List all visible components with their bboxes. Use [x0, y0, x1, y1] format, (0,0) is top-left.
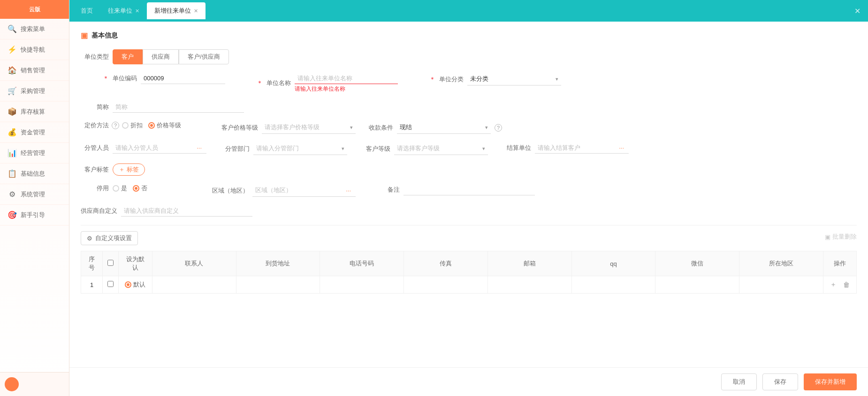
tab-home[interactable]: 首页 — [73, 2, 100, 19]
th-contact: 联系人 — [152, 251, 236, 276]
td-address[interactable] — [236, 276, 320, 294]
abbr-input[interactable] — [113, 101, 244, 113]
select-all-checkbox[interactable] — [107, 260, 114, 266]
delete-row-button[interactable]: 🗑 — [841, 280, 852, 289]
quick-nav-icon: ⚡ — [8, 45, 17, 54]
dept-label: 分管部门 — [221, 145, 250, 153]
sidebar-item-label: 资金管理 — [21, 128, 45, 137]
tab-new-partner-close[interactable]: ✕ — [194, 8, 198, 14]
default-radio-item[interactable]: 默认 — [123, 280, 147, 289]
save-button[interactable]: 保存 — [762, 373, 798, 390]
close-all-tabs[interactable]: ✕ — [851, 5, 864, 17]
td-email[interactable] — [487, 276, 571, 294]
unit-btn-supplier[interactable]: 供应商 — [143, 49, 179, 64]
section-title: ▣ 基本信息 — [81, 31, 857, 40]
sidebar-item-basic-info[interactable]: 📋 基础信息 — [0, 163, 69, 184]
sidebar-item-quick-nav[interactable]: ⚡ 快捷导航 — [0, 39, 69, 60]
td-wechat[interactable] — [655, 276, 739, 294]
pricing-level-option[interactable]: 价格等级 — [148, 121, 181, 130]
wechat-input[interactable] — [660, 281, 734, 288]
th-fax: 传真 — [404, 251, 488, 276]
code-group: ＊ 单位编码 — [81, 73, 225, 84]
pricing-label: 定价方法 — [81, 121, 109, 130]
chevron-down-icon2: ▾ — [350, 124, 353, 131]
price-level-select[interactable]: 请选择客户价格等级 ▾ — [262, 121, 356, 134]
stop-no-option[interactable]: 否 — [133, 184, 147, 193]
unit-btn-customer[interactable]: 客户 — [113, 49, 143, 64]
name-input[interactable] — [295, 73, 398, 84]
sidebar-item-inventory[interactable]: 📦 库存核算 — [0, 101, 69, 122]
region-more-btn[interactable]: ··· — [344, 187, 353, 194]
price-level-radio-label: 价格等级 — [157, 121, 181, 130]
td-qq[interactable] — [571, 276, 655, 294]
supplier-custom-row: 供应商自定义 — [81, 205, 857, 217]
td-phone[interactable] — [320, 276, 404, 294]
remark-group: 备注 — [372, 184, 857, 195]
region-placeholder: 区域（地区） — [255, 186, 342, 194]
payment-help-icon[interactable]: ? — [495, 124, 502, 132]
tab-new-partner-label: 新增往来单位 — [154, 7, 191, 15]
td-check[interactable] — [103, 276, 119, 294]
phone-input[interactable] — [325, 281, 399, 288]
sidebar-item-system[interactable]: ⚙ 系统管理 — [0, 184, 69, 205]
td-region[interactable] — [739, 276, 823, 294]
price-level-radio[interactable] — [148, 122, 155, 129]
sidebar-item-guide[interactable]: 🎯 新手引导 — [0, 205, 69, 225]
region-input[interactable] — [744, 281, 818, 288]
unit-type-row: 单位类型 客户 供应商 客户/供应商 — [81, 49, 857, 64]
save-and-add-button[interactable]: 保存并新增 — [804, 373, 857, 390]
section-icon: ▣ — [81, 31, 88, 40]
tab-partner-close[interactable]: ✕ — [135, 8, 139, 14]
stop-group: 停用 是 否 — [81, 184, 203, 193]
sidebar-item-search[interactable]: 🔍 搜索菜单 — [0, 19, 69, 39]
th-phone: 电话号码 — [320, 251, 404, 276]
manager-input[interactable] — [115, 144, 195, 151]
contact-input[interactable] — [157, 281, 231, 288]
email-input[interactable] — [493, 281, 567, 288]
pricing-help-icon[interactable]: ? — [112, 122, 119, 129]
category-select[interactable]: 未分类 ▾ — [467, 73, 561, 85]
stop-no-radio[interactable] — [133, 185, 139, 192]
tab-partner-label: 往来单位 — [108, 7, 132, 15]
discount-label: 折扣 — [130, 121, 143, 130]
add-tag-button[interactable]: ＋ 标签 — [113, 163, 145, 176]
address-input[interactable] — [241, 281, 315, 288]
sidebar-item-purchase[interactable]: 🛒 采购管理 — [0, 81, 69, 101]
th-region: 所在地区 — [739, 251, 823, 276]
remark-input[interactable] — [404, 184, 535, 195]
required-star2: ＊ — [235, 79, 263, 87]
qq-input[interactable] — [577, 281, 651, 288]
td-contact[interactable] — [152, 276, 236, 294]
td-fax[interactable] — [404, 276, 488, 294]
manager-more-btn[interactable]: ··· — [195, 144, 204, 151]
stop-yes-option[interactable]: 是 — [113, 184, 127, 193]
discount-radio[interactable] — [122, 122, 129, 129]
sidebar-item-finance[interactable]: 💰 资金管理 — [0, 122, 69, 143]
default-radio-circle[interactable] — [125, 281, 131, 288]
chevron-down-icon5: ▾ — [482, 146, 485, 152]
stop-yes-radio[interactable] — [113, 185, 119, 192]
sidebar-item-sales[interactable]: 🏠 销售管理 — [0, 60, 69, 81]
tab-new-partner[interactable]: 新增往来单位 ✕ — [147, 2, 206, 19]
add-row-button[interactable]: ＋ — [828, 280, 838, 290]
supplier-custom-input[interactable] — [121, 205, 252, 217]
pricing-discount-option[interactable]: 折扣 — [122, 121, 143, 130]
settlement-input[interactable] — [538, 144, 617, 151]
custom-settings-button[interactable]: ⚙ 自定义项设置 — [81, 231, 138, 245]
cancel-button[interactable]: 取消 — [721, 373, 757, 390]
tab-partner[interactable]: 往来单位 ✕ — [100, 2, 147, 19]
payment-select[interactable]: 现结 ▾ — [397, 121, 491, 134]
customer-level-select[interactable]: 请选择客户等级 ▾ — [394, 142, 488, 155]
dept-select[interactable]: 请输入分管部门 ▾ — [253, 142, 347, 155]
th-seq: 序号 — [81, 251, 103, 276]
batch-delete-icon: ▣ — [825, 233, 830, 241]
settlement-more-btn[interactable]: ··· — [617, 144, 626, 151]
sidebar-item-operations[interactable]: 📊 经营管理 — [0, 143, 69, 163]
fax-input[interactable] — [409, 281, 483, 288]
sidebar-item-label: 销售管理 — [21, 66, 45, 75]
row-checkbox[interactable] — [107, 281, 114, 287]
unit-btn-both[interactable]: 客户/供应商 — [179, 49, 229, 64]
code-name-row: ＊ 单位编码 ＊ 单位名称 请输入往来单位名称 ＊ 单位分类 未分类 ▾ — [81, 73, 857, 93]
add-tag-icon: ＋ — [119, 165, 125, 174]
code-input[interactable] — [141, 73, 225, 84]
